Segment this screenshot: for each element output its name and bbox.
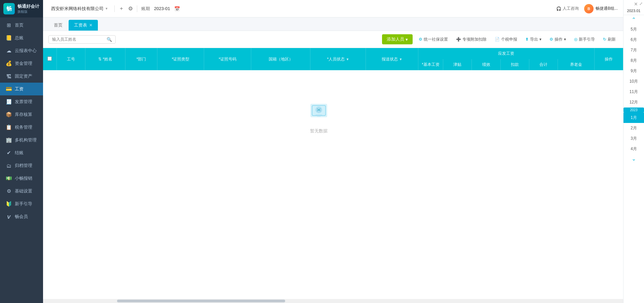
home-icon: ⊞ xyxy=(5,22,12,28)
export-icon: ⬆ xyxy=(525,37,529,42)
add-person-label: 添加人员 xyxy=(387,36,404,42)
user-area[interactable]: B 畅捷通B组... xyxy=(584,4,618,13)
sidebar-item-fixed-assets[interactable]: 🏗 固定资产 xyxy=(0,70,43,83)
date-month-2022-11[interactable]: 11月 xyxy=(623,87,644,97)
sidebar-item-archive[interactable]: 🗂 归档管理 xyxy=(0,159,43,172)
sidebar-item-home-label: 首页 xyxy=(15,22,24,28)
search-icon[interactable]: 🔍 xyxy=(107,37,112,42)
sidebar-item-fund-label: 资金管理 xyxy=(15,60,32,67)
th-status[interactable]: *人员状态 ▼ xyxy=(310,48,366,70)
date-month-2023-3[interactable]: 3月 xyxy=(623,133,644,144)
search-input[interactable] xyxy=(52,37,105,42)
sidebar-item-guide[interactable]: 🔰 新手引导 xyxy=(0,198,43,210)
guide-btn[interactable]: ◎ 新手引导 xyxy=(572,35,597,44)
refresh-btn[interactable]: ↻ 刷新 xyxy=(601,35,618,44)
company-selector[interactable]: 西安虾米网络科技有限公司 ▾ xyxy=(48,4,110,13)
social-security-btn[interactable]: ⚙ 统一社保设置 xyxy=(417,35,450,44)
sidebar-item-invoice-label: 发票管理 xyxy=(15,99,32,105)
date-month-2022-10[interactable]: 10月 xyxy=(623,76,644,87)
th-pension: 养老金 xyxy=(558,59,594,70)
th-id-number: *证照号码 xyxy=(204,48,251,70)
logo-icon: 畅 xyxy=(3,3,15,14)
sidebar-item-tax[interactable]: 📋 税务管理 xyxy=(0,121,43,134)
date-month-2022-7[interactable]: 7月 xyxy=(623,45,644,55)
main-area: 西安虾米网络科技有限公司 ▾ ＋ ⚙ 账期 2023-01 📅 🎧 人工咨询 B… xyxy=(43,0,623,303)
tabs-bar: 首页 工资表 ✕ xyxy=(43,17,623,31)
sidebar: 畅 畅通好会计 旗舰版 ⊞ 首页 📒 总账 ☁ 云报表中心 💰 资金管理 🏗 固… xyxy=(0,0,43,303)
export-btn[interactable]: ⬆ 导出 ▾ xyxy=(523,35,543,44)
ledger-icon: 📒 xyxy=(5,35,12,41)
date-nav-up-btn[interactable]: ⌃ xyxy=(623,15,644,24)
date-month-2022-6[interactable]: 6月 xyxy=(623,35,644,45)
date-month-2022-9[interactable]: 9月 xyxy=(623,66,644,76)
sidebar-item-archive-label: 归档管理 xyxy=(15,163,32,169)
toolbar-right: 添加人员 ▾ ⚙ 统一社保设置 ➕ 专项附加扣除 📄 个税申报 ⬆ 导出 xyxy=(382,34,618,44)
sidebar-item-close[interactable]: ✔ 结账 xyxy=(0,146,43,159)
date-month-2023-4[interactable]: 4月 xyxy=(623,144,644,154)
date-month-2022-8[interactable]: 8月 xyxy=(623,55,644,66)
company-settings-icon[interactable]: ⚙ xyxy=(128,5,133,12)
search-wrap: 🔍 xyxy=(48,35,116,44)
tab-close-icon[interactable]: ✕ xyxy=(89,23,92,28)
tab-salary-table[interactable]: 工资表 ✕ xyxy=(69,20,98,31)
th-deductions: 扣款 xyxy=(500,59,529,70)
sidebar-item-settings[interactable]: ⚙ 基础设置 xyxy=(0,185,43,198)
add-person-button[interactable]: 添加人员 ▾ xyxy=(382,34,413,44)
date-month-2023-1[interactable]: 1月 xyxy=(623,113,644,123)
add-company-icon[interactable]: ＋ xyxy=(119,5,124,12)
table-scrollbar[interactable] xyxy=(43,299,623,303)
report-status-filter-icon[interactable]: ▼ xyxy=(399,57,403,61)
scroll-thumb[interactable] xyxy=(117,300,285,302)
special-deduct-btn[interactable]: ➕ 专项附加扣除 xyxy=(454,35,489,44)
sidebar-item-invoice[interactable]: 🧾 发票管理 xyxy=(0,95,43,108)
customer-service-btn[interactable]: 🎧 人工咨询 xyxy=(556,6,579,11)
th-country: 国籍（地区） xyxy=(251,48,310,70)
date-month-2023-2[interactable]: 2月 xyxy=(623,123,644,133)
personal-tax-btn[interactable]: 📄 个税申报 xyxy=(493,35,519,44)
sidebar-item-fixed-assets-label: 固定资产 xyxy=(15,73,32,79)
th-checkbox[interactable] xyxy=(43,48,56,70)
date-panel-close-icon[interactable]: ✕ xyxy=(634,1,638,7)
year-2023-badge: 2023 xyxy=(623,107,644,113)
sidebar-item-inventory[interactable]: 📦 库存核算 xyxy=(0,108,43,121)
headset-icon: 🎧 xyxy=(556,6,561,11)
operations-icon: ⚙ xyxy=(550,37,553,42)
empty-icon xyxy=(305,97,332,124)
invoice-icon: 🧾 xyxy=(5,99,12,105)
tab-home-label: 首页 xyxy=(54,22,63,28)
status-filter-icon[interactable]: ▼ xyxy=(346,57,349,61)
date-month-2022-5[interactable]: 5月 xyxy=(623,24,644,35)
sidebar-item-home[interactable]: ⊞ 首页 xyxy=(0,19,43,32)
user-name: 畅捷通B组... xyxy=(596,6,618,11)
settings-icon: ⚙ xyxy=(5,188,12,194)
date-panel-expand-icon[interactable]: ⤢ xyxy=(639,1,643,7)
tax-icon: 📋 xyxy=(5,124,12,130)
guide-label: 新手引导 xyxy=(579,37,595,42)
multi-org-icon: 🏢 xyxy=(5,137,12,143)
topbar-right: 🎧 人工咨询 B 畅捷通B组... xyxy=(556,4,618,13)
fixed-assets-icon: 🏗 xyxy=(5,74,12,79)
sidebar-item-ledger[interactable]: 📒 总账 xyxy=(0,32,43,44)
sidebar-item-multi-org[interactable]: 🏢 多机构管理 xyxy=(0,134,43,146)
tab-home[interactable]: 首页 xyxy=(48,20,68,31)
sidebar-item-salary[interactable]: 💳 工资 xyxy=(0,83,43,95)
chevron-down-icon: ▾ xyxy=(106,6,108,11)
th-report-status[interactable]: 报送状态 ▼ xyxy=(366,48,418,70)
table-wrapper: 工号 ⇅ *姓名 *部门 *证照类型 *证照号码 国籍（地区） *人员状态 ▼ xyxy=(43,48,623,299)
logo-line1: 畅通好会计 xyxy=(17,4,39,9)
th-name-sort-icon: ⇅ xyxy=(98,57,102,61)
calendar-icon[interactable]: 📅 xyxy=(174,6,180,11)
th-allowance: 津贴 xyxy=(443,59,472,70)
date-nav-down-btn[interactable]: ⌄ xyxy=(623,154,644,163)
select-all-checkbox[interactable] xyxy=(47,56,52,61)
sidebar-item-fund[interactable]: 💰 资金管理 xyxy=(0,57,43,70)
th-name[interactable]: ⇅ *姓名 xyxy=(85,48,125,70)
sidebar-item-cloud-report[interactable]: ☁ 云报表中心 xyxy=(0,44,43,57)
export-arrow-icon: ▾ xyxy=(539,37,541,42)
operations-btn[interactable]: ⚙ 操作 ▾ xyxy=(547,35,568,44)
sidebar-nav: ⊞ 首页 📒 总账 ☁ 云报表中心 💰 资金管理 🏗 固定资产 💳 工资 🧾 发… xyxy=(0,17,43,303)
sidebar-item-expense[interactable]: 💵 小畅报销 xyxy=(0,172,43,185)
sidebar-item-member[interactable]: V 畅会员 xyxy=(0,210,43,223)
date-month-2022-12[interactable]: 12月 xyxy=(623,97,644,107)
company-name: 西安虾米网络科技有限公司 xyxy=(51,6,104,12)
